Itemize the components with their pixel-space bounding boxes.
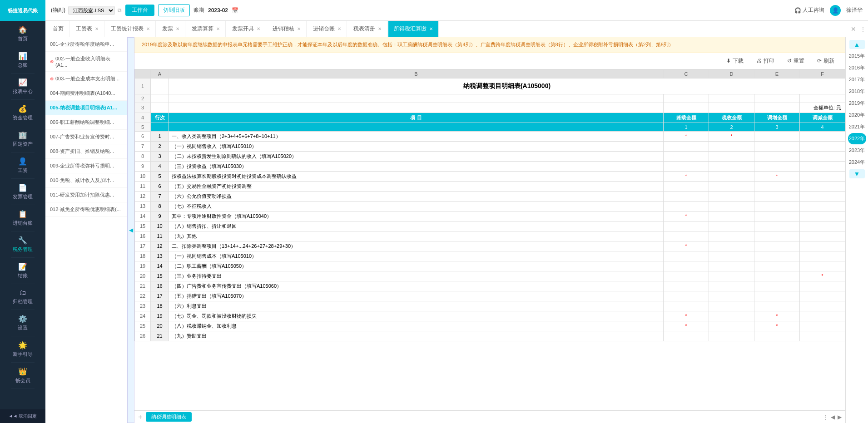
add-sheet-btn[interactable]: + [138,413,142,421]
sidebar-item-新手引导[interactable]: 🌟新手引导 [11,336,35,363]
sidebar-item-畅会员[interactable]: 👑畅会员 [11,363,35,389]
old-version-button[interactable]: 切到旧版 [158,4,190,16]
sidebar-icon-5: 👤 [18,157,27,166]
tab-close-8[interactable]: ✕ [378,26,382,31]
table-row: 1 纳税调整项目明细表(A105000) [135,78,845,94]
nav-tab-5[interactable]: 发票开具✕ [227,21,266,37]
year-item-2021年[interactable]: 2021年 [848,121,866,133]
tab-close-2[interactable]: ✕ [146,26,150,31]
sidebar-item-总账[interactable]: 📊总账 [11,47,35,74]
nav-tab-3[interactable]: 发票✕ [157,21,185,37]
period-value: 2023-02 [208,7,228,14]
sidebar-item-首页[interactable]: 🏠首页 [11,21,35,47]
tab-close-6[interactable]: ✕ [297,26,301,31]
sidebar-icon-4: 🏢 [18,131,27,139]
tab-close-4[interactable]: ✕ [216,26,220,31]
nav-tab-4[interactable]: 发票算算✕ [186,21,226,37]
nav-tab-7[interactable]: 进销台账✕ [308,21,347,37]
copy-icon[interactable]: ⧉ [118,7,122,14]
left-panel-item-3[interactable]: 004-期间费用明细表(A1040... [45,86,127,101]
nav-tabs: 首页工资表✕工资统计报表✕发票✕发票算算✕发票开具✕进销稽核✕进销台账✕税表清册… [45,21,868,37]
sidebar-item-工资[interactable]: 👤工资 [11,152,35,179]
sidebar-item-进销台账[interactable]: 📋进销台账 [11,205,35,231]
print-btn[interactable]: 🖨 打印 [753,56,778,66]
col-d-header: D [709,69,754,78]
sidebar-item-结账[interactable]: 📝结账 [11,258,35,284]
sheet-wrapper[interactable]: A B C D E F 1 纳税调整项目明细表(A105000) 23全额单位:… [134,69,845,410]
tab-close-3[interactable]: ✕ [176,26,179,31]
left-panel-item-5[interactable]: 006-职工薪酬纳税调整明细... [45,115,127,130]
scroll-right-icon[interactable]: ▶ [838,414,842,420]
year-up-btn[interactable]: ▲ [849,40,865,49]
year-item-2020年[interactable]: 2020年 [848,109,866,121]
year-item-2023年[interactable]: 2023年 [848,145,866,156]
table-row: 6 1 一、收入类调整项目（2+3+4+5+6+7+8+10+11） * * [135,131,845,141]
sidebar-item-税务管理[interactable]: 🔧税务管理 [11,231,35,258]
left-panel-item-7[interactable]: 008-资产折旧、摊销及纳税... [45,144,127,159]
bottom-tab[interactable]: 纳税调整明细表 [146,412,192,422]
sidebar-item-发票管理[interactable]: 📄发票管理 [11,179,35,205]
left-panel-item-2[interactable]: ⊗003-一般企业成本支出明细... [45,72,127,86]
table-row: 15 10 （八）销售折扣、折让和退回 [135,221,845,231]
table-row: 14 9 其中：专项用途财政性资金（填写A105040） * [135,211,845,221]
tab-close-7[interactable]: ✕ [337,26,341,31]
error-icon-2: ⊗ [50,76,54,81]
nav-tab-0[interactable]: 首页 [47,21,69,37]
download-btn[interactable]: ⬇ 下载 [723,56,747,66]
support-btn[interactable]: 🎧 人工咨询 [794,6,824,14]
sidebar-item-报表中心[interactable]: 📈报表中心 [11,74,35,100]
left-panel-item-10[interactable]: 011-研发费用加计扣除优惠... [45,188,127,202]
left-panel-label-11: 012-减免企所得税优惠明细表(... [50,206,121,213]
year-item-2015年[interactable]: 2015年 [848,50,866,62]
left-panel-item-0[interactable]: 001-企业所得税年度纳税申... [45,37,127,52]
sidebar-label-4: 固定资产 [13,141,33,148]
year-down-btn[interactable]: ▼ [849,169,865,178]
tab-close-1[interactable]: ✕ [95,26,99,31]
sidebar-icon-13: 👑 [18,367,27,376]
sidebar-item-资金管理[interactable]: 💰资金管理 [11,100,35,126]
nav-tab-6[interactable]: 进销稽核✕ [267,21,307,37]
reset-btn[interactable]: ↺ 重置 [784,56,808,66]
left-panel-item-6[interactable]: 007-广告费和业务宣传费时... [45,130,127,144]
collapse-arrow[interactable]: ◀ [127,37,134,423]
refresh-btn[interactable]: ⟳ 刷新 [813,56,838,66]
year-item-2018年[interactable]: 2018年 [848,86,866,97]
tab-label-7: 进销台账 [313,25,335,33]
left-panel-item-11[interactable]: 012-减免企所得税优惠明细表(... [45,202,127,217]
nav-tab-2[interactable]: 工资统计报表✕ [105,21,156,37]
left-panel-item-4[interactable]: 005-纳税调整项目明细表(A1... [45,101,127,115]
sheet-menu-icon[interactable]: ⋮ [823,414,828,420]
left-panel-item-1[interactable]: ⊗002-一般企业收入明细表(A1... [45,52,127,72]
left-panel-item-9[interactable]: 010-免税、减计收入及加计... [45,173,127,188]
tab-close-9[interactable]: ✕ [429,26,433,31]
scroll-left-icon[interactable]: ◀ [831,414,835,420]
table-row: 16 11 （九）其他 [135,231,845,241]
tab-close-5[interactable]: ✕ [257,26,260,31]
left-panel-label-4: 005-纳税调整项目明细表(A1... [50,104,117,111]
sidebar-bottom: ◄◄ 取消固定 [0,409,45,423]
year-item-2022年[interactable]: 2022年 [848,133,866,144]
company-selector: (物副) 江西股室-LSS ⧉ [51,6,122,15]
year-item-2016年[interactable]: 2016年 [848,62,866,74]
main-content: 2019年度涉及取以前年度继续数据的申报表单元格需要手工维护正确，才能保证本年及… [134,37,845,423]
menu-icon[interactable]: ⋮ [860,25,866,33]
workspace-button[interactable]: 工作台 [125,5,154,16]
year-item-2017年[interactable]: 2017年 [848,74,866,85]
user-name[interactable]: 徐泽华 [846,6,863,14]
sidebar-item-固定资产[interactable]: 🏢固定资产 [11,126,35,152]
year-item-2019年[interactable]: 2019年 [848,98,866,109]
col-f-header: F [800,69,845,78]
nav-tab-9[interactable]: 所得税汇算缴✕ [388,21,439,37]
sidebar-item-设置[interactable]: ⚙️设置 [11,310,35,336]
company-select[interactable]: 江西股室-LSS [68,6,115,15]
sidebar-item-归档管理[interactable]: 🗂归档管理 [11,284,35,310]
sidebar-label-12: 新手引导 [13,351,33,358]
close-all-icon[interactable]: ✕ [851,25,856,33]
calendar-icon[interactable]: 📅 [232,7,238,14]
left-panel-item-8[interactable]: 009-企业所得税弥补亏损明... [45,159,127,173]
nav-tab-1[interactable]: 工资表✕ [70,21,104,37]
unfix-button[interactable]: ◄◄ 取消固定 [0,409,45,423]
left-panel-label-5: 006-职工薪酬纳税调整明细... [50,119,114,126]
year-item-2024年[interactable]: 2024年 [848,157,866,168]
nav-tab-8[interactable]: 税表清册✕ [348,21,387,37]
